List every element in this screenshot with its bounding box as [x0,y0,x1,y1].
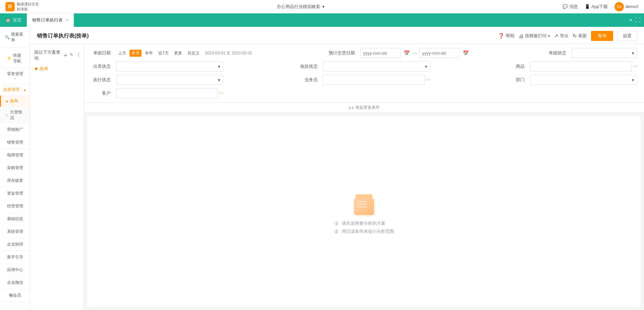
tab-expand-icon[interactable]: ⛶ [635,17,641,23]
export-btn[interactable]: ↗ 导出 [554,33,569,39]
date-preset-more[interactable]: 更多 [172,50,184,57]
help-icon: ❓ [498,33,504,39]
date-preset-last-month[interactable]: 上月 [116,50,128,57]
goods-input[interactable] [530,61,632,71]
sidebar-sub-item-debt[interactable]: ○ 欠货情况 [0,107,30,123]
sidebar: 🔍 搜索菜单 ⚡ 快捷导航 零售管理 ▾ 批发管理 ▲ ● 按单 ○ 欠货 [0,27,30,310]
expected-date-range: 📅 — 📅 [360,48,470,58]
sidebar-item-marketing[interactable]: 营销推广 [0,123,30,136]
sidebar-item-enterprise[interactable]: 企业协同 [0,238,30,251]
help-btn[interactable]: ❓ 帮助 [498,33,515,39]
sidebar-item-ecommerce[interactable]: 电商管理 [0,149,30,162]
doc-status-chevron: ▾ [632,51,634,56]
logo-text: 畅捷通好生意 标准版 [17,2,39,11]
sidebar-item-system[interactable]: 系统管理 [0,225,30,238]
quick-nav-btn[interactable]: ⚡ 快捷导航 [3,51,26,66]
filter-results-area: 单据日期 上月 本月 本年 近7天 更多 自定义 2023-03-01 至 20… [84,44,644,310]
exec-status-select[interactable]: ▾ [116,75,223,85]
doc-status-select[interactable]: ▾ [572,48,637,58]
doc-status-label: 单据状态 [546,50,566,56]
message-btn[interactable]: 💬 消息 [562,4,578,10]
logo-icon: 好 [5,2,15,11]
sidebar-item-purchase[interactable]: 采购管理 [0,162,30,174]
expected-date-from[interactable] [360,48,400,58]
date-field-label: 单据日期 [91,50,111,56]
avatar: Ea [614,2,624,11]
main-layout: 🔍 搜索菜单 ⚡ 快捷导航 零售管理 ▾ 批发管理 ▲ ● 按单 ○ 欠货 [0,27,644,310]
refresh-btn[interactable]: ↻ 刷新 [573,33,587,39]
tab-close-all-icon[interactable]: × [629,17,633,24]
goods-dots-icon[interactable]: ··· [633,63,637,69]
customer-input[interactable] [116,88,218,98]
sidebar-item-operations[interactable]: 经营管理 [0,200,30,213]
sidebar-item-retail[interactable]: 零售管理 ▾ [0,68,30,84]
warehouse-status-select[interactable]: ▾ [116,61,223,71]
top-bar: 好 畅捷通好生意 标准版 办公用品行业模拟账套 ▾ 💬 消息 📱 App下载 E… [0,0,644,13]
sidebar-item-app-center[interactable]: 应用中心 [0,264,30,276]
sidebar-search-area: 🔍 搜索菜单 [0,27,30,48]
below-filter-area: 按以下方案查询 ＋ ✎ 《 按单 单据日 [30,44,644,310]
salesperson-label: 业务员 [298,77,318,83]
sidebar-item-sales-mgmt[interactable]: 销售管理 [0,136,30,149]
sidebar-item-newbie[interactable]: 新手引导 [0,251,30,264]
date-preset-this-month[interactable]: 本月 [129,50,142,57]
dept-select[interactable]: ▾ [530,75,637,85]
sidebar-sub-wholesale: ● 按单 ○ 欠货情况 [0,96,30,123]
sidebar-item-inventory[interactable]: 库存核算 [0,174,30,187]
tab-bar-actions: × ⛶ [626,13,644,27]
collapse-arrow-icon: ∧∧ [348,105,354,110]
page-header: 销售订单执行表(按单) ❓ 帮助 🖨 按模板打印 ▾ ↗ 导出 ↻ 刷新 [30,27,644,44]
salesperson-input[interactable] [323,75,425,85]
print-icon: 🖨 [519,33,524,39]
sidebar-item-wholesale[interactable]: 批发管理 ▲ [0,84,30,96]
setting-button[interactable]: 设置 [617,31,637,41]
empty-state: 1 请先选择要分析的方案 2 用过滤条件来缩小分析范围 [334,188,394,235]
top-bar-right: 💬 消息 📱 App下载 Ea demo2 [562,2,639,11]
search-menu-btn[interactable]: 🔍 搜索菜单 [3,30,27,44]
collapse-more-bar[interactable]: ∧∧ 收起更多条件 [84,103,644,113]
dept-chevron: ▾ [632,78,634,83]
quick-nav-icon: ⚡ [7,56,12,61]
print-chevron[interactable]: ▾ [548,34,550,38]
filter-row-4: 客户 ··· [91,88,637,98]
date-preset-this-year[interactable]: 本年 [143,50,155,57]
sidebar-sub-item-order[interactable]: ● 按单 [0,96,30,107]
cal-to-icon[interactable]: 📅 [463,50,469,56]
sidebar-item-basic-info[interactable]: 基础信息 [0,213,30,225]
scheme-collapse-icon[interactable]: 《 [75,52,79,59]
user-area[interactable]: Ea demo2 [614,2,639,11]
date-preset-custom[interactable]: 自定义 [185,50,202,57]
scheme-add-icon[interactable]: ＋ [63,52,68,59]
tab-close-icon[interactable]: × [66,18,68,22]
collection-status-select[interactable]: ▾ [323,61,430,71]
empty-hint: 1 请先选择要分析的方案 2 用过滤条件来缩小分析范围 [334,220,394,235]
sidebar-item-finance[interactable]: 资金管理 [0,187,30,200]
exec-chevron: ▾ [218,78,220,83]
cal-from-icon[interactable]: 📅 [404,50,410,56]
print-template-btn[interactable]: 🖨 按模板打印 ▾ [519,33,550,39]
tab-home[interactable]: 🏠 首页 [0,13,27,27]
sidebar-item-corp-wechat[interactable]: 企业微信 [0,276,30,289]
scheme-item-by-order[interactable]: 按单 [30,63,84,74]
search-icon: 🔍 [5,35,10,40]
page-selector-chevron[interactable]: ▾ [322,4,325,9]
customer-control: ··· [116,88,223,98]
warehouse-status-control: ▾ [116,61,223,71]
app-download-btn[interactable]: 📱 App下载 [585,4,608,10]
tab-sales-order-exec[interactable]: 销售订单执行表 × [27,13,74,27]
query-button[interactable]: 查询 [591,31,613,41]
tab-bar: 🏠 首页 销售订单执行表 × × ⛶ [0,13,644,27]
goods-control: ··· [530,61,637,71]
scheme-edit-icon[interactable]: ✎ [69,52,73,59]
date-preset-7days[interactable]: 近7天 [156,50,171,57]
scheme-panel: 按以下方案查询 ＋ ✎ 《 按单 [30,44,84,310]
sidebar-item-vip[interactable]: 畅会员 [0,289,30,302]
quick-nav-label: ⚡ 快捷导航 [0,48,30,68]
expected-date-to[interactable] [419,48,460,58]
top-bar-center: 办公用品行业模拟账套 ▾ [277,4,325,10]
exec-status-control: ▾ [116,75,223,85]
filter-row-1: 单据日期 上月 本月 本年 近7天 更多 自定义 2023-03-01 至 20… [91,48,637,58]
customer-dots-icon[interactable]: ··· [219,90,223,96]
salesperson-dots-icon[interactable]: ··· [426,77,430,83]
salesperson-control: ··· [323,75,430,85]
